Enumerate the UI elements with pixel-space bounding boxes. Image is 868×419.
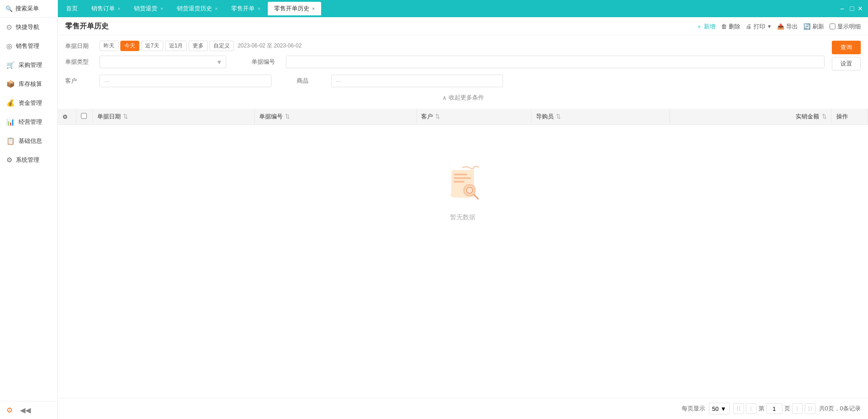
display-detail-label: 显示明细 xyxy=(837,23,861,31)
print-label: 打印 xyxy=(754,23,765,31)
th-salesperson[interactable]: 导购员 ⇅ xyxy=(531,109,669,125)
delete-button[interactable]: 🗑 删除 xyxy=(721,23,740,31)
per-page-select[interactable]: 50 ▼ xyxy=(709,403,729,414)
minimize-btn[interactable]: － xyxy=(838,3,846,14)
table-settings-th[interactable]: ⚙ xyxy=(58,109,76,125)
th-salesperson-sort-icon: ⇅ xyxy=(556,113,561,120)
select-all-checkbox[interactable] xyxy=(81,113,87,119)
operations-icon: 📊 xyxy=(6,118,15,126)
main-area: 首页 销售订单 × 销货退货 × 销货退货历史 × 零售开单 × 零售开单历史 … xyxy=(58,0,868,419)
add-label: 新增 xyxy=(704,23,716,31)
filter-settings-button[interactable]: 设置 xyxy=(832,57,861,71)
table-check-th[interactable] xyxy=(76,109,92,125)
goods-label: 商品 xyxy=(297,77,324,85)
nav-label-operations: 经营管理 xyxy=(19,118,42,126)
export-button[interactable]: 📤 导出 xyxy=(777,23,798,31)
date-1month[interactable]: 近1月 xyxy=(165,41,187,51)
nav-label-purchase-mgmt: 采购管理 xyxy=(19,61,42,69)
maximize-btn[interactable]: □ xyxy=(850,5,854,13)
date-yesterday[interactable]: 昨天 xyxy=(100,41,119,51)
sidebar-item-quick-nav[interactable]: ⊙ 快捷导航 xyxy=(0,18,57,37)
doc-number-input[interactable] xyxy=(286,56,825,68)
filter-collapse: ∧ 收起更多条件 xyxy=(65,92,861,105)
per-page-label: 每页显示 xyxy=(682,405,705,413)
prev-page-btn[interactable]: ⟨ xyxy=(746,403,757,414)
th-amount[interactable]: 实销金额 ⇅ xyxy=(669,109,831,125)
close-btn[interactable]: × xyxy=(858,4,863,14)
quick-nav-icon: ⊙ xyxy=(6,23,12,31)
date-buttons: 昨天 今天 近7天 近1月 更多 自定义 2023-06-02 至 2023-0… xyxy=(100,41,302,51)
sidebar-item-purchase-mgmt[interactable]: 🛒 采购管理 xyxy=(0,56,57,75)
customer-input[interactable]: ··· xyxy=(100,75,271,87)
customer-label: 客户 xyxy=(65,77,92,85)
display-detail-checkbox[interactable]: 显示明细 xyxy=(830,23,861,31)
tab-sales-order-close[interactable]: × xyxy=(118,6,120,11)
tab-sales-return-history[interactable]: 销货退货历史 × xyxy=(171,2,224,15)
svg-rect-3 xyxy=(454,177,471,179)
tab-sales-return-history-close[interactable]: × xyxy=(215,6,218,11)
add-button[interactable]: ＋ 新增 xyxy=(696,23,716,31)
date-filter-label: 单据日期 xyxy=(65,42,92,50)
first-page-btn[interactable]: ⟨⟨ xyxy=(733,403,744,414)
tab-retail-open-history-label: 零售开单历史 xyxy=(274,5,309,13)
tab-retail-open-history-close[interactable]: × xyxy=(312,6,315,11)
doc-number-label: 单据编号 xyxy=(251,58,279,66)
refresh-button[interactable]: 🔄 刷新 xyxy=(803,23,824,31)
sidebar-item-operations[interactable]: 📊 经营管理 xyxy=(0,113,57,132)
filter-row-doctype: 单据类型 ▼ 单据编号 xyxy=(65,56,825,68)
th-number-label: 单据编号 xyxy=(259,113,283,120)
goods-input[interactable]: ··· xyxy=(331,75,503,87)
search-menu-btn[interactable]: 🔍 搜索采单 xyxy=(0,0,57,18)
next-page-btn[interactable]: ⟩ xyxy=(792,403,803,414)
empty-text: 暂无数据 xyxy=(450,213,475,221)
nav-label-basic-info: 基础信息 xyxy=(19,137,42,145)
sidebar-item-inventory[interactable]: 📦 库存核算 xyxy=(0,75,57,94)
sidebar-item-sales-mgmt[interactable]: ◎ 销售管理 xyxy=(0,37,57,56)
print-button[interactable]: 🖨 打印 ▼ xyxy=(746,23,772,31)
tab-retail-open[interactable]: 零售开单 × xyxy=(225,2,266,15)
delete-icon: 🗑 xyxy=(721,23,727,30)
tab-sales-return[interactable]: 销货退货 × xyxy=(128,2,169,15)
tab-home[interactable]: 首页 xyxy=(60,2,84,15)
tab-sales-return-close[interactable]: × xyxy=(160,6,163,11)
print-dropdown-icon: ▼ xyxy=(767,24,772,29)
doc-type-select[interactable]: ▼ xyxy=(100,56,226,68)
last-page-btn[interactable]: ⟩⟩ xyxy=(805,403,816,414)
th-date[interactable]: 单据日期 ⇅ xyxy=(92,109,254,125)
date-today[interactable]: 今天 xyxy=(120,41,139,51)
settings-bottom-icon[interactable]: ⚙ xyxy=(6,406,13,414)
per-page-dropdown-icon: ▼ xyxy=(721,405,726,412)
collapse-more-btn[interactable]: ∧ 收起更多条件 xyxy=(442,94,484,102)
sidebar-item-finance[interactable]: 💰 资金管理 xyxy=(0,94,57,113)
collapse-sidebar-icon[interactable]: ◀◀ xyxy=(20,406,31,414)
customer-dots: ··· xyxy=(104,78,109,85)
tab-retail-open-history[interactable]: 零售开单历史 × xyxy=(268,2,321,15)
export-icon: 📤 xyxy=(777,23,784,30)
tab-sales-return-label: 销货退货 xyxy=(134,5,157,13)
query-button[interactable]: 查询 xyxy=(832,41,861,54)
collapse-up-icon: ∧ xyxy=(442,94,447,101)
table-body: 暂无数据 xyxy=(58,125,868,258)
basic-info-icon: 📋 xyxy=(6,137,15,145)
doc-type-dropdown-icon: ▼ xyxy=(216,59,222,66)
date-more[interactable]: 更多 xyxy=(189,41,208,51)
th-date-sort-icon: ⇅ xyxy=(123,113,128,120)
filter-area: 单据日期 昨天 今天 近7天 近1月 更多 自定义 2023-06-02 至 2… xyxy=(58,35,868,109)
th-number[interactable]: 单据编号 ⇅ xyxy=(254,109,416,125)
display-detail-input[interactable] xyxy=(830,24,835,29)
th-customer[interactable]: 客户 ⇅ xyxy=(416,109,531,125)
tab-sales-order-label: 销售订单 xyxy=(91,5,115,13)
finance-icon: 💰 xyxy=(6,99,15,107)
date-custom[interactable]: 自定义 xyxy=(209,41,234,51)
nav-label-quick-nav: 快捷导航 xyxy=(16,23,39,31)
tab-retail-open-close[interactable]: × xyxy=(257,6,260,11)
page-number-input[interactable] xyxy=(766,403,783,414)
table-header: ⚙ 单据日期 ⇅ 单据编号 ⇅ 客户 ⇅ xyxy=(58,109,868,125)
sidebar-item-basic-info[interactable]: 📋 基础信息 xyxy=(0,132,57,151)
tab-sales-order[interactable]: 销售订单 × xyxy=(85,2,127,15)
date-7days[interactable]: 近7天 xyxy=(141,41,163,51)
th-date-label: 单据日期 xyxy=(97,113,121,120)
sidebar: 🔍 搜索采单 ⊙ 快捷导航 ◎ 销售管理 🛒 采购管理 📦 库存核算 💰 资金管… xyxy=(0,0,58,419)
empty-state: 暂无数据 xyxy=(58,125,868,258)
sidebar-item-system[interactable]: ⚙ 系统管理 xyxy=(0,151,57,169)
